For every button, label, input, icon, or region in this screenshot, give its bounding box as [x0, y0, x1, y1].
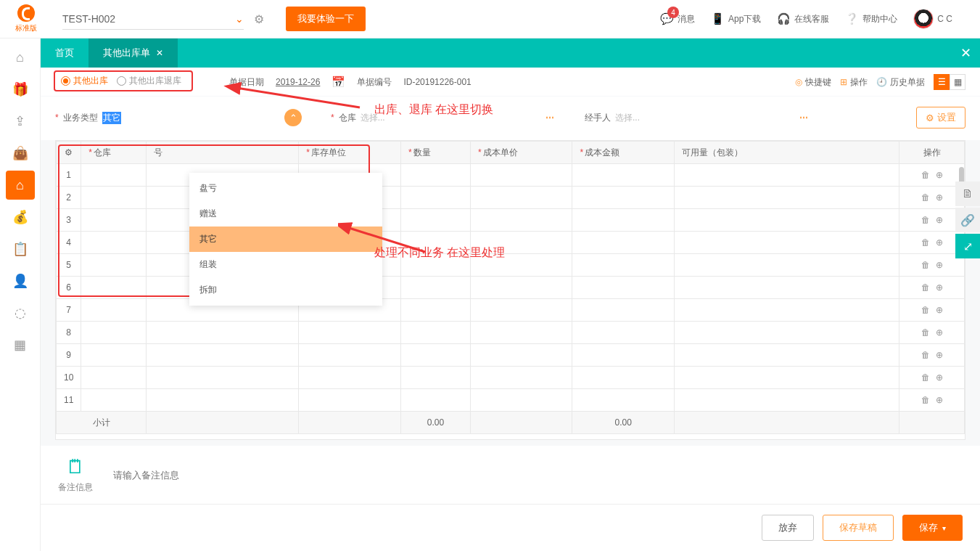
copy-icon[interactable]: ⊕ — [936, 170, 943, 180]
delete-icon[interactable]: 🗑 — [921, 327, 930, 338]
shortcut-link[interactable]: ◎快捷键 — [795, 76, 831, 89]
dock-expand-icon[interactable]: ⤢ — [955, 234, 980, 258]
option-pankui[interactable]: 盘亏 — [189, 176, 382, 201]
chevron-down-icon: ⌄ — [235, 13, 244, 25]
row-ops: 🗑⊕ — [899, 209, 965, 232]
view-grid-icon[interactable]: ▦ — [950, 74, 965, 90]
view-list-icon[interactable]: ☰ — [934, 74, 950, 90]
row-index: 2 — [57, 187, 81, 209]
radio-outbound[interactable]: 其他出库 — [61, 75, 108, 87]
help-link[interactable]: ❔ 帮助中心 — [845, 12, 897, 25]
close-icon[interactable]: ✕ — [156, 48, 163, 58]
more-icon[interactable]: ⋯ — [799, 113, 810, 123]
gear-icon[interactable]: ⚙ — [254, 12, 264, 26]
delete-icon[interactable]: 🗑 — [921, 192, 930, 203]
sidebar: ⌂ 🎁 ⇪ 👜 ⌂ 💰 📋 👤 ◌ ▦ — [0, 38, 41, 551]
date-value[interactable]: 2019-12-26 — [276, 77, 320, 87]
row-ops: 🗑⊕ — [899, 232, 965, 254]
delete-icon[interactable]: 🗑 — [921, 350, 930, 360]
close-all-tabs[interactable]: ✕ — [951, 38, 980, 68]
dock-note-icon[interactable]: 🗎 — [955, 181, 980, 206]
delete-icon[interactable]: 🗑 — [921, 215, 930, 225]
row-ops: 🗑⊕ — [899, 389, 965, 412]
nav-warehouse-icon[interactable]: ⌂ — [6, 171, 35, 200]
warehouse-field[interactable]: * 仓库 选择... ⋯ — [331, 112, 556, 124]
app-download-link[interactable]: 📱 App下载 — [711, 12, 761, 25]
more-icon[interactable]: ⋯ — [545, 113, 556, 123]
operate-link[interactable]: ⊞操作 — [840, 76, 868, 89]
copy-icon[interactable]: ⊕ — [936, 215, 943, 225]
col-price: *成本单价 — [470, 142, 572, 164]
biztype-field[interactable]: * 业务类型 其它 ⌃ — [55, 109, 302, 126]
delete-icon[interactable]: 🗑 — [921, 372, 930, 383]
copy-icon[interactable]: ⊕ — [936, 327, 943, 338]
tab-other-outbound[interactable]: 其他出库单 ✕ — [88, 38, 178, 68]
delete-icon[interactable]: 🗑 — [921, 395, 930, 405]
copy-icon[interactable]: ⊕ — [936, 395, 943, 405]
delete-icon[interactable]: 🗑 — [921, 282, 930, 293]
copy-icon[interactable]: ⊕ — [936, 192, 943, 203]
nav-money-icon[interactable]: 💰 — [6, 203, 35, 232]
support-link[interactable]: 🎧 在线客服 — [777, 12, 829, 25]
nav-new-icon[interactable]: ▦ — [6, 330, 35, 359]
discard-button[interactable]: 放弃 — [762, 515, 814, 541]
handler-field[interactable]: 经手人 选择... ⋯ — [585, 112, 810, 124]
nav-gift-icon[interactable]: 🎁 — [6, 75, 35, 104]
row-index: 5 — [57, 254, 81, 277]
copy-icon[interactable]: ⊕ — [936, 350, 943, 360]
table-row[interactable]: 8🗑⊕ — [57, 322, 965, 344]
nav-sync-icon[interactable]: ◌ — [6, 298, 35, 327]
docno-value: ID-20191226-001 — [403, 77, 471, 87]
copy-icon[interactable]: ⊕ — [936, 305, 943, 315]
save-draft-button[interactable]: 保存草稿 — [823, 515, 894, 541]
copy-icon[interactable]: ⊕ — [936, 372, 943, 383]
table-header-row: ⚙ *仓库 号 *库存单位 *数量 *成本单价 *成本金额 可用量（包装） 操作 — [57, 142, 965, 164]
table-row[interactable]: 11🗑⊕ — [57, 389, 965, 412]
try-button[interactable]: 我要体验一下 — [286, 7, 366, 31]
option-chaixie[interactable]: 拆卸 — [189, 277, 382, 303]
delete-icon[interactable]: 🗑 — [921, 237, 930, 248]
messages-link[interactable]: 💬 消息 4 — [660, 12, 695, 25]
radio-return[interactable]: 其他出库退库 — [117, 75, 181, 87]
copy-icon[interactable]: ⊕ — [936, 282, 943, 293]
col-ops: 操作 — [899, 142, 965, 164]
table-row[interactable]: 10🗑⊕ — [57, 367, 965, 389]
logo: 标准版 — [12, 4, 41, 33]
option-qita[interactable]: 其它 — [189, 226, 382, 252]
history-link[interactable]: 🕘历史单据 — [876, 76, 925, 89]
avatar — [913, 9, 934, 29]
calendar-icon[interactable]: 📅 — [332, 75, 345, 89]
nav-up-icon[interactable]: ⇪ — [6, 107, 35, 136]
settings-button[interactable]: ⚙ 设置 — [916, 107, 965, 128]
nav-bag-icon[interactable]: 👜 — [6, 139, 35, 168]
subtotal-row: 小计 0.00 0.00 — [57, 412, 965, 434]
row-ops: 🗑⊕ — [899, 299, 965, 322]
footer-actions: 放弃 保存草稿 保存▾ — [41, 504, 980, 551]
mode-radio-group: 其他出库 其他出库退库 — [54, 70, 193, 91]
subtotal-qty: 0.00 — [400, 412, 470, 434]
user-menu[interactable]: C C — [913, 9, 952, 29]
save-button[interactable]: 保存▾ — [902, 515, 963, 541]
nav-contact-icon[interactable]: 👤 — [6, 266, 35, 295]
remark-icon-block: 🗒 备注信息 — [58, 456, 93, 494]
delete-icon[interactable]: 🗑 — [921, 260, 930, 270]
delete-icon[interactable]: 🗑 — [921, 170, 930, 180]
nav-clipboard-icon[interactable]: 📋 — [6, 234, 35, 264]
chevron-up-icon[interactable]: ⌃ — [284, 109, 302, 126]
copy-icon[interactable]: ⊕ — [936, 260, 943, 270]
app-header: 标准版 TEST-H002 ⌄ ⚙ 我要体验一下 💬 消息 4 📱 App下载 … — [0, 0, 980, 38]
col-gear[interactable]: ⚙ — [57, 142, 81, 164]
remark-input[interactable] — [113, 470, 963, 481]
nav-home-icon[interactable]: ⌂ — [6, 43, 35, 72]
phone-icon: 📱 — [711, 12, 725, 25]
table-row[interactable]: 9🗑⊕ — [57, 344, 965, 367]
tab-home[interactable]: 首页 — [41, 38, 88, 68]
option-zuzhuang[interactable]: 组装 — [189, 252, 382, 277]
option-zengsong[interactable]: 赠送 — [189, 201, 382, 226]
delete-icon[interactable]: 🗑 — [921, 305, 930, 315]
org-selector[interactable]: TEST-H002 ⌄ — [62, 8, 244, 30]
grid-icon: ⊞ — [840, 77, 847, 87]
dock-link-icon[interactable]: 🔗 — [955, 208, 980, 232]
row-ops: 🗑⊕ — [899, 344, 965, 367]
copy-icon[interactable]: ⊕ — [936, 237, 943, 248]
